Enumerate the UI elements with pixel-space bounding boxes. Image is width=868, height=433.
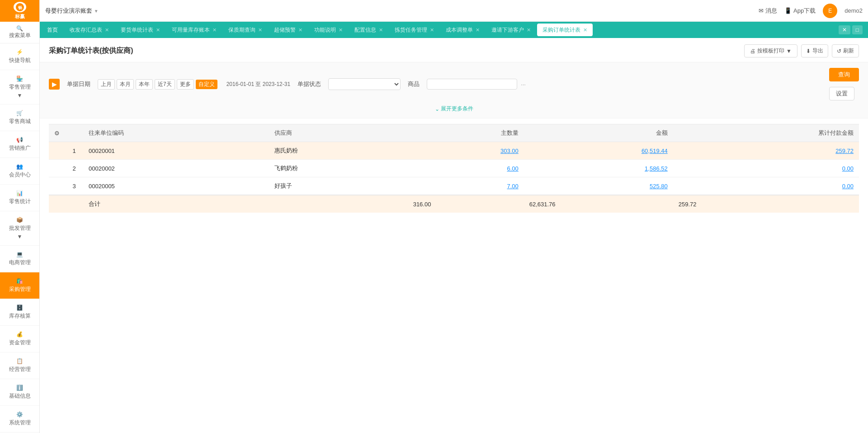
total-paid: 259.72 — [673, 195, 859, 213]
goods-input[interactable] — [427, 79, 517, 90]
total-amount: 62,631.76 — [524, 195, 673, 213]
tab-close-overstock-alert[interactable]: ✕ — [298, 27, 302, 33]
print-button[interactable]: 🖨 按模板打印 ▼ — [744, 44, 797, 57]
row-paid[interactable]: 0.00 — [673, 177, 859, 195]
query-button[interactable]: 查询 — [829, 68, 859, 81]
sidebar-item-retail[interactable]: 🏪 零售管理 ▼ — [0, 70, 39, 105]
retail-stat-icon: 📊 — [16, 190, 23, 196]
message-button[interactable]: ✉ 消息 — [759, 7, 777, 15]
sidebar-item-search[interactable]: 🔍 搜索菜单 — [0, 22, 39, 43]
tab-maximize-button[interactable]: □ — [852, 25, 863, 34]
tab-overstock-alert[interactable]: 超储预警 ✕ — [269, 24, 308, 36]
date-shortcut-this-month[interactable]: 本月 — [117, 79, 134, 90]
expand-more-button[interactable]: ⌄ 展开更多条件 — [431, 103, 477, 114]
row-settings — [49, 142, 65, 160]
th-settings[interactable]: ⚙ — [49, 124, 65, 142]
tab-close-func-desc[interactable]: ✕ — [339, 27, 343, 33]
row-qty[interactable]: 303.00 — [408, 142, 524, 160]
more-options-icon[interactable]: ··· — [521, 81, 526, 88]
row-amount[interactable]: 1,586.52 — [524, 160, 673, 177]
sidebar-item-purchase-label: 采购管理 — [9, 285, 31, 293]
tab-collect-summary[interactable]: 收发存汇总表 ✕ — [64, 24, 114, 36]
page-title: 采购订单统计表(按供应商) — [49, 46, 133, 56]
th-paid: 累计付款金额 — [673, 124, 859, 142]
row-unit-code: 00020002 — [83, 160, 269, 177]
sidebar-item-ecom[interactable]: 💻 电商管理 — [0, 246, 39, 272]
tab-func-desc[interactable]: 功能说明 ✕ — [309, 24, 348, 36]
date-shortcut-more[interactable]: 更多 — [177, 79, 194, 90]
sidebar-item-member[interactable]: 👥 会员中心 — [0, 158, 39, 185]
tab-close-expiry-query[interactable]: ✕ — [258, 27, 262, 33]
sidebar-item-wholesale[interactable]: 📦 批发管理 ▼ — [0, 211, 39, 246]
sidebar-item-finance[interactable]: 💰 资金管理 — [0, 326, 39, 352]
sidebar-item-quick-nav[interactable]: ⚡ 快捷导航 — [0, 43, 39, 70]
tab-close-purchase-summary[interactable]: ✕ — [583, 27, 587, 33]
tab-close-all-button[interactable]: ✕ — [839, 25, 850, 34]
date-custom-badge[interactable]: 自定义 — [196, 80, 217, 89]
sidebar-item-operation[interactable]: 📋 经营管理 — [0, 352, 39, 379]
total-label-cell: 合计 — [83, 195, 269, 213]
tab-cost-adjust[interactable]: 成本调整单 ✕ — [440, 24, 485, 36]
export-button[interactable]: ⬇ 导出 — [801, 44, 828, 57]
search-icon: 🔍 — [3, 25, 37, 32]
tab-pick-task[interactable]: 拣货任务管理 ✕ — [389, 24, 439, 36]
row-unit-code: 00020001 — [83, 142, 269, 160]
user-avatar-text: E — [828, 8, 832, 14]
tab-close-invite-customer[interactable]: ✕ — [527, 27, 531, 33]
table-wrap: ⚙ 往来单位编码 供应商 主数量 金额 累计付款金额 1 00020001 惠氏… — [40, 119, 868, 218]
chevron-down-icon2: ▼ — [17, 233, 23, 240]
available-stock-label: 可用量库存账本 — [172, 26, 210, 34]
row-amount[interactable]: 60,519.44 — [524, 142, 673, 160]
config-info-label: 配置信息 — [354, 26, 376, 34]
sidebar-item-quick-nav-label: 快捷导航 — [9, 57, 31, 64]
tab-close-pick-task[interactable]: ✕ — [430, 27, 434, 33]
overstock-alert-label: 超储预警 — [274, 26, 296, 34]
tab-close-collect-summary[interactable]: ✕ — [105, 27, 109, 33]
sidebar-item-retail-stat[interactable]: 📊 零售统计 — [0, 185, 39, 211]
tab-available-stock[interactable]: 可用量库存账本 ✕ — [166, 24, 222, 36]
member-icon: 👥 — [16, 163, 23, 170]
row-paid[interactable]: 259.72 — [673, 142, 859, 160]
filter-toggle-button[interactable]: ▶ — [49, 79, 60, 90]
tab-order-summary[interactable]: 要货单统计表 ✕ — [115, 24, 165, 36]
logo-icon: 畅 — [14, 2, 26, 12]
sidebar-item-marketing-label: 营销推广 — [9, 144, 31, 152]
tab-config-info[interactable]: 配置信息 ✕ — [349, 24, 388, 36]
logo: 畅 标赢 — [0, 0, 39, 22]
sidebar-item-retail-mall[interactable]: 🛒 零售商城 — [0, 105, 39, 131]
sidebar-item-marketing[interactable]: 📢 营销推广 — [0, 131, 39, 158]
sidebar-item-basic[interactable]: ℹ️ 基础信息 — [0, 379, 39, 406]
date-shortcut-7days[interactable]: 近7天 — [155, 79, 175, 90]
tab-close-config-info[interactable]: ✕ — [379, 27, 383, 33]
total-qty: 316.00 — [408, 195, 524, 213]
tab-purchase-summary[interactable]: 采购订单统计表 ✕ — [537, 24, 593, 36]
date-shortcut-last-month[interactable]: 上月 — [98, 79, 115, 90]
collect-summary-label: 收发存汇总表 — [70, 26, 102, 34]
tab-close-cost-adjust[interactable]: ✕ — [476, 27, 480, 33]
sidebar-item-inventory[interactable]: 🗄️ 库存核算 — [0, 299, 39, 326]
sidebar-item-purchase[interactable]: 🛍️ 采购管理 — [0, 272, 39, 299]
svg-text:畅: 畅 — [18, 5, 22, 10]
user-avatar[interactable]: E — [823, 4, 837, 18]
sidebar-item-wholesale-label: 批发管理 — [9, 224, 31, 232]
date-shortcut-this-year[interactable]: 本年 — [136, 79, 153, 90]
filter-expand-row: ⌄ 展开更多条件 — [49, 103, 859, 114]
refresh-button[interactable]: ↺ 刷新 — [832, 44, 859, 57]
status-select[interactable] — [328, 78, 401, 90]
sidebar-item-system[interactable]: ⚙️ 系统管理 — [0, 406, 39, 433]
row-amount[interactable]: 525.80 — [524, 177, 673, 195]
tab-close-order-summary[interactable]: ✕ — [156, 27, 160, 33]
row-qty[interactable]: 7.00 — [408, 177, 524, 195]
tab-home[interactable]: 首页 — [42, 24, 63, 36]
account-dropdown-icon[interactable]: ▼ — [94, 9, 99, 14]
status-label: 单据状态 — [297, 80, 321, 88]
tab-invite-customer[interactable]: 邀请下游客户 ✕ — [486, 24, 536, 36]
tab-close-available-stock[interactable]: ✕ — [212, 27, 217, 33]
goods-label: 商品 — [408, 80, 420, 88]
settings-button[interactable]: 设置 — [829, 87, 854, 100]
row-paid[interactable]: 0.00 — [673, 160, 859, 177]
username[interactable]: demo2 — [844, 7, 863, 14]
app-download-button[interactable]: 📱 App下载 — [784, 7, 816, 15]
tab-expiry-query[interactable]: 保质期查询 ✕ — [223, 24, 268, 36]
row-qty[interactable]: 6.00 — [408, 160, 524, 177]
